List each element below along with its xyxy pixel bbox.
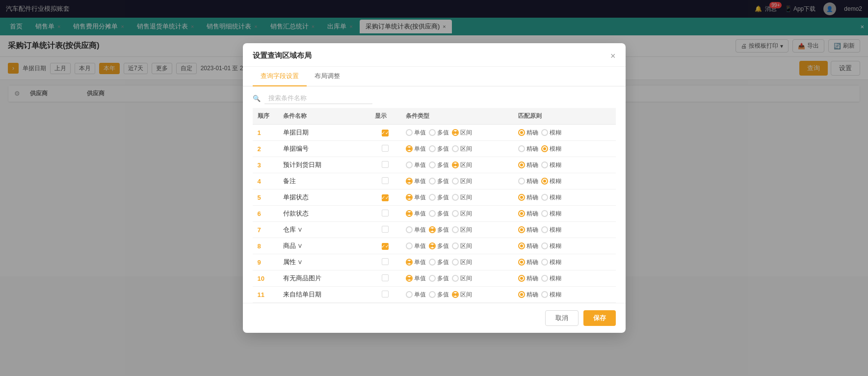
row-name: 预计到货日期 bbox=[278, 157, 370, 173]
radio-type-多值[interactable]: 多值 bbox=[429, 161, 449, 169]
checkbox[interactable] bbox=[382, 145, 389, 152]
checkbox[interactable]: ✓ bbox=[382, 194, 389, 201]
radio-match-模糊[interactable]: 模糊 bbox=[541, 129, 561, 137]
radio-type-区间[interactable]: 区间 bbox=[452, 145, 472, 153]
row-type: 单值多值区间 bbox=[401, 141, 513, 157]
radio-match-模糊[interactable]: 模糊 bbox=[541, 210, 561, 218]
radio-match-精确[interactable]: 精确 bbox=[518, 129, 538, 137]
modal-tabs: 查询字段设置 布局调整 bbox=[243, 67, 626, 86]
row-order: 1 bbox=[253, 125, 278, 141]
radio-type-多值[interactable]: 多值 bbox=[429, 193, 449, 202]
radio-match-模糊[interactable]: 模糊 bbox=[541, 161, 561, 169]
modal-tab-query-fields[interactable]: 查询字段设置 bbox=[253, 67, 307, 86]
radio-match-精确[interactable]: 精确 bbox=[518, 274, 538, 277]
row-show-checkbox[interactable] bbox=[370, 222, 401, 238]
row-name: 有无商品图片 bbox=[278, 270, 370, 277]
radio-type-区间[interactable]: 区间 bbox=[452, 226, 472, 234]
row-show-checkbox[interactable] bbox=[370, 157, 401, 173]
radio-match-精确[interactable]: 精确 bbox=[518, 193, 538, 202]
checkbox[interactable] bbox=[382, 258, 389, 265]
row-show-checkbox[interactable]: ✓ bbox=[370, 238, 401, 254]
radio-type-多值[interactable]: 多值 bbox=[429, 274, 449, 277]
radio-type-区间[interactable]: 区间 bbox=[452, 274, 472, 277]
checkbox[interactable] bbox=[382, 161, 389, 168]
radio-match-模糊[interactable]: 模糊 bbox=[541, 226, 561, 234]
row-type: 单值多值区间 bbox=[401, 206, 513, 222]
table-row: 2单据编号单值多值区间精确模糊 bbox=[253, 141, 616, 157]
radio-type-单值[interactable]: 单值 bbox=[406, 226, 426, 234]
row-show-checkbox[interactable]: ✓ bbox=[370, 125, 401, 141]
radio-type-单值[interactable]: 单值 bbox=[406, 193, 426, 202]
checkbox[interactable] bbox=[382, 210, 389, 216]
radio-type-区间[interactable]: 区间 bbox=[452, 129, 472, 137]
row-match: 精确模糊 bbox=[513, 238, 615, 254]
table-row: 10有无商品图片单值多值区间精确模糊 bbox=[253, 270, 616, 277]
radio-type-区间[interactable]: 区间 bbox=[452, 210, 472, 218]
modal-search-input[interactable] bbox=[264, 92, 372, 104]
row-show-checkbox[interactable]: ✓ bbox=[370, 189, 401, 206]
checkbox[interactable] bbox=[382, 274, 389, 277]
radio-type-多值[interactable]: 多值 bbox=[429, 210, 449, 218]
radio-match-精确[interactable]: 精确 bbox=[518, 161, 538, 169]
row-show-checkbox[interactable] bbox=[370, 254, 401, 270]
row-match: 精确模糊 bbox=[513, 222, 615, 238]
radio-type-区间[interactable]: 区间 bbox=[452, 193, 472, 202]
radio-type-区间[interactable]: 区间 bbox=[452, 242, 472, 250]
radio-type-单值[interactable]: 单值 bbox=[406, 161, 426, 169]
row-order: 3 bbox=[253, 157, 278, 173]
radio-type-多值[interactable]: 多值 bbox=[429, 242, 449, 250]
row-order: 9 bbox=[253, 254, 278, 270]
radio-match-模糊[interactable]: 模糊 bbox=[541, 177, 561, 186]
row-name: 仓库 ∨ bbox=[278, 222, 370, 238]
radio-match-精确[interactable]: 精确 bbox=[518, 242, 538, 250]
row-name: 单据编号 bbox=[278, 141, 370, 157]
modal-tab-layout[interactable]: 布局调整 bbox=[307, 67, 348, 86]
th-show: 显示 bbox=[370, 108, 401, 125]
radio-type-区间[interactable]: 区间 bbox=[452, 177, 472, 186]
radio-type-单值[interactable]: 单值 bbox=[406, 274, 426, 277]
row-show-checkbox[interactable] bbox=[370, 141, 401, 157]
radio-match-模糊[interactable]: 模糊 bbox=[541, 258, 561, 267]
radio-match-精确[interactable]: 精确 bbox=[518, 145, 538, 153]
radio-match-模糊[interactable]: 模糊 bbox=[541, 274, 561, 277]
radio-type-多值[interactable]: 多值 bbox=[429, 177, 449, 186]
radio-type-多值[interactable]: 多值 bbox=[429, 226, 449, 234]
radio-type-单值[interactable]: 单值 bbox=[406, 242, 426, 250]
modal-close-button[interactable]: × bbox=[610, 52, 616, 60]
checkbox[interactable]: ✓ bbox=[382, 243, 389, 250]
row-match: 精确模糊 bbox=[513, 254, 615, 270]
radio-type-区间[interactable]: 区间 bbox=[452, 258, 472, 267]
row-match: 精确模糊 bbox=[513, 206, 615, 222]
radio-type-单值[interactable]: 单值 bbox=[406, 258, 426, 267]
row-show-checkbox[interactable] bbox=[370, 173, 401, 189]
radio-type-多值[interactable]: 多值 bbox=[429, 258, 449, 267]
radio-match-精确[interactable]: 精确 bbox=[518, 210, 538, 218]
radio-match-模糊[interactable]: 模糊 bbox=[541, 145, 561, 153]
radio-type-多值[interactable]: 多值 bbox=[429, 145, 449, 153]
radio-type-单值[interactable]: 单值 bbox=[406, 129, 426, 137]
radio-type-区间[interactable]: 区间 bbox=[452, 161, 472, 169]
row-match: 精确模糊 bbox=[513, 189, 615, 206]
radio-match-精确[interactable]: 精确 bbox=[518, 226, 538, 234]
modal-search-icon: 🔍 bbox=[253, 95, 261, 102]
th-type: 条件类型 bbox=[401, 108, 513, 125]
row-show-checkbox[interactable] bbox=[370, 206, 401, 222]
radio-type-单值[interactable]: 单值 bbox=[406, 145, 426, 153]
row-name: 属性 ∨ bbox=[278, 254, 370, 270]
row-show-checkbox[interactable] bbox=[370, 270, 401, 277]
checkbox[interactable] bbox=[382, 177, 389, 184]
radio-match-精确[interactable]: 精确 bbox=[518, 177, 538, 186]
radio-match-精确[interactable]: 精确 bbox=[518, 258, 538, 267]
radio-type-单值[interactable]: 单值 bbox=[406, 177, 426, 186]
checkbox[interactable]: ✓ bbox=[382, 130, 389, 136]
row-type: 单值多值区间 bbox=[401, 173, 513, 189]
radio-match-模糊[interactable]: 模糊 bbox=[541, 193, 561, 202]
radio-match-模糊[interactable]: 模糊 bbox=[541, 242, 561, 250]
radio-type-多值[interactable]: 多值 bbox=[429, 129, 449, 137]
radio-type-单值[interactable]: 单值 bbox=[406, 210, 426, 218]
modal-title: 设置查询区域布局 bbox=[253, 51, 312, 60]
row-type: 单值多值区间 bbox=[401, 125, 513, 141]
checkbox[interactable] bbox=[382, 226, 389, 233]
row-name: 单据状态 bbox=[278, 189, 370, 206]
row-name: 商品 ∨ bbox=[278, 238, 370, 254]
